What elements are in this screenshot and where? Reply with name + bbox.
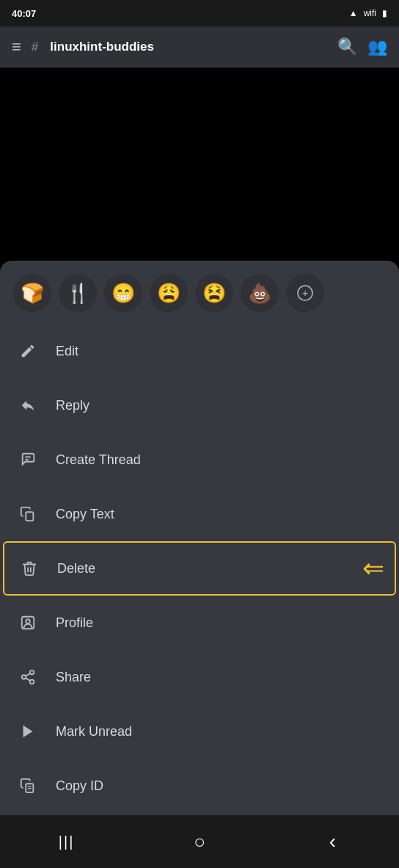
status-bar: 40:07 ▲ wifi ▮	[0, 0, 399, 26]
context-menu-list: Edit Reply Create Thread	[0, 324, 399, 813]
emoji-fork[interactable]: 🍴	[59, 274, 97, 312]
menu-item-copy-id[interactable]: Copy ID	[0, 759, 399, 813]
create-thread-label: Create Thread	[56, 452, 141, 468]
delete-label: Delete	[57, 561, 95, 576]
back-button[interactable]: ‹	[310, 827, 354, 856]
share-icon	[15, 664, 41, 690]
svg-point-6	[26, 619, 30, 623]
signal-icon: ▲	[349, 8, 358, 18]
menu-item-copy-text[interactable]: Copy Text	[0, 487, 399, 541]
emoji-reaction-row: 🍞 🍴 😁 😩 😫 💩 +	[0, 261, 399, 319]
svg-point-9	[30, 680, 34, 684]
menu-item-delete[interactable]: Delete ⇐	[3, 541, 396, 596]
emoji-weary[interactable]: 😩	[150, 274, 188, 312]
emoji-poop[interactable]: 💩	[241, 274, 279, 312]
copy-text-label: Copy Text	[56, 507, 114, 522]
svg-line-10	[26, 678, 30, 681]
channel-hashtag-icon: #	[32, 40, 38, 54]
menu-item-create-thread[interactable]: Create Thread	[0, 433, 399, 487]
menu-item-edit[interactable]: Edit	[0, 324, 399, 378]
reply-icon	[15, 392, 41, 419]
search-icon[interactable]: 🔍	[337, 37, 357, 57]
profile-label: Profile	[56, 615, 93, 631]
reply-label: Reply	[56, 398, 89, 413]
menu-item-share[interactable]: Share	[0, 650, 399, 704]
menu-item-mark-unread[interactable]: Mark Unread	[0, 704, 399, 759]
thread-icon	[15, 446, 41, 473]
share-label: Share	[56, 670, 91, 685]
svg-point-7	[30, 670, 34, 675]
menu-item-reply[interactable]: Reply	[0, 378, 399, 433]
status-icons: ▲ wifi ▮	[349, 8, 387, 18]
menu-item-profile[interactable]: Profile	[0, 596, 399, 650]
svg-point-8	[22, 675, 26, 679]
context-menu-sheet: 🍞 🍴 😁 😩 😫 💩 + Edit	[0, 261, 399, 868]
mark-unread-icon	[15, 718, 41, 745]
svg-line-11	[26, 673, 30, 676]
svg-text:+: +	[302, 287, 308, 299]
svg-rect-4	[26, 512, 33, 521]
recents-button[interactable]: |||	[45, 827, 89, 856]
mark-unread-label: Mark Unread	[56, 724, 132, 739]
copy-id-label: Copy ID	[56, 778, 103, 794]
home-button[interactable]: ○	[177, 827, 222, 856]
hamburger-icon[interactable]: ≡	[12, 37, 21, 57]
channel-title: linuxhint-buddies	[50, 40, 327, 54]
emoji-tired[interactable]: 😫	[195, 274, 233, 312]
emoji-bread[interactable]: 🍞	[13, 274, 51, 312]
battery-icon: ▮	[382, 8, 387, 18]
members-icon[interactable]: 👥	[367, 37, 387, 57]
emoji-grin[interactable]: 😁	[104, 274, 142, 312]
trash-icon	[16, 555, 43, 582]
svg-marker-12	[23, 726, 33, 738]
status-time: 40:07	[12, 8, 36, 19]
copy-id-icon	[15, 773, 41, 799]
pencil-icon	[15, 338, 41, 364]
chat-area	[0, 68, 399, 264]
copy-icon	[15, 501, 41, 527]
top-nav: ≡ # linuxhint-buddies 🔍 👥	[0, 26, 399, 68]
wifi-icon: wifi	[364, 8, 376, 18]
profile-icon	[15, 610, 41, 636]
add-emoji-button[interactable]: +	[286, 274, 324, 312]
edit-label: Edit	[56, 344, 78, 359]
arrow-annotation: ⇐	[362, 553, 384, 584]
bottom-nav-bar: ||| ○ ‹	[0, 815, 399, 868]
